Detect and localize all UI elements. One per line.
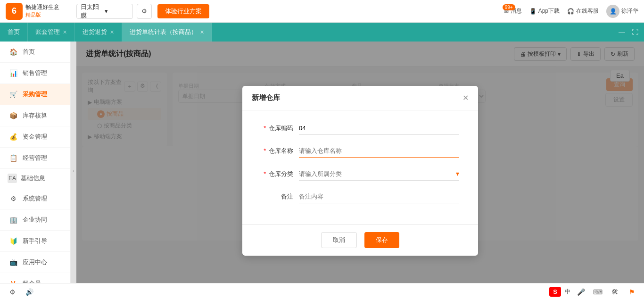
- sidebar-item-app-center[interactable]: 📺 应用中心: [0, 252, 70, 273]
- warehouse-name-row: * 仓库名称: [261, 144, 459, 158]
- sales-icon: 📊: [8, 67, 19, 79]
- tab-purchase-stats-label: 进货单统计表（按商品）: [130, 28, 197, 36]
- cancel-button[interactable]: 取消: [321, 232, 357, 248]
- modal-title: 新增仓库: [252, 93, 280, 102]
- warehouse-category-select: ▾: [299, 167, 459, 181]
- app-center-icon: 📺: [8, 257, 19, 268]
- warehouse-code-input[interactable]: [299, 122, 459, 135]
- sidebar-item-finance[interactable]: 💰 资金管理: [0, 126, 70, 148]
- inventory-icon: 📦: [8, 110, 19, 121]
- sidebar-inventory-label: 库存核算: [23, 111, 47, 120]
- sidebar-collapse-button[interactable]: ‹: [71, 42, 76, 300]
- sidebar: 🏠 首页 📊 销售管理 🛒 采购管理 📦 库存核算 💰 资金管理 📋 经: [0, 42, 71, 300]
- tab-purchase-return-label: 进货退货: [83, 28, 107, 36]
- mic-icon[interactable]: 🎤: [574, 285, 587, 299]
- warehouse-name-label: * 仓库名称: [261, 147, 299, 155]
- tab-purchase-stats[interactable]: 进货单统计表（按商品） ✕: [122, 23, 212, 42]
- tab-purchase-stats-close[interactable]: ✕: [200, 29, 204, 35]
- logo-text: 畅捷通好生意: [25, 4, 59, 11]
- bottom-right: S 中 🎤 ⌨ 🛠 ⚑: [549, 285, 638, 299]
- tab-expand-icon[interactable]: ⛶: [630, 26, 640, 38]
- bottom-settings-icon[interactable]: ⚙: [6, 285, 19, 299]
- tab-purchase-return[interactable]: 进货退货 ✕: [75, 23, 122, 42]
- tab-account[interactable]: 账套管理 ✕: [28, 23, 75, 42]
- warehouse-name-input[interactable]: [299, 144, 459, 158]
- notification-badge: 99+: [503, 4, 515, 10]
- sidebar-item-purchase[interactable]: 🛒 采购管理: [0, 84, 70, 105]
- sidebar-finance-label: 资金管理: [23, 133, 47, 141]
- search-select[interactable]: 日太阳膜 ▾: [76, 4, 133, 19]
- sidebar-item-basic-info[interactable]: EA 基础信息: [0, 169, 70, 188]
- content-area: 进货单统计(按商品) 🖨 按模板打印 ▾ ⬇ 导出 ↻ 刷新: [76, 42, 644, 300]
- tab-minimize-icon[interactable]: —: [617, 26, 627, 38]
- app-download-item[interactable]: 📱 App下载: [529, 7, 560, 15]
- sidebar-sales-label: 销售管理: [23, 69, 47, 77]
- username-label: 徐泽华: [621, 7, 638, 15]
- modal-body: * 仓库编码 * 仓库名称: [242, 110, 478, 224]
- warehouse-category-row: * 仓库分类 ▾: [261, 167, 459, 181]
- category-dropdown-icon[interactable]: ▾: [456, 170, 459, 177]
- sidebar-home-label: 首页: [23, 48, 35, 56]
- sidebar-item-inventory[interactable]: 📦 库存核算: [0, 105, 70, 126]
- tab-account-close[interactable]: ✕: [63, 29, 67, 35]
- bottom-bar: ⚙ 🔊 S 中 🎤 ⌨ 🛠 ⚑: [0, 283, 644, 300]
- logo-sub: 精品版: [25, 11, 59, 18]
- system-icon: ⚙: [8, 193, 19, 204]
- save-button[interactable]: 保存: [364, 232, 399, 248]
- s-badge: S: [549, 287, 561, 297]
- flag-icon[interactable]: ⚑: [625, 285, 638, 299]
- sidebar-guide-label: 新手引导: [23, 237, 47, 245]
- remark-row: 备注: [261, 190, 459, 203]
- phone-icon: 📱: [529, 8, 537, 15]
- modal-close-button[interactable]: ✕: [462, 94, 469, 102]
- online-service-item[interactable]: 🎧 在线客服: [567, 7, 599, 15]
- remark-input[interactable]: [299, 190, 459, 203]
- chevron-down-icon: ▾: [105, 8, 129, 15]
- sidebar-item-home[interactable]: 🏠 首页: [0, 42, 70, 63]
- remark-label: 备注: [261, 192, 299, 201]
- sidebar-item-enterprise[interactable]: 🏢 企业协同: [0, 209, 70, 231]
- tab-home[interactable]: 首页: [0, 23, 28, 42]
- main-layout: 🏠 首页 📊 销售管理 🛒 采购管理 📦 库存核算 💰 资金管理 📋 经: [0, 42, 644, 300]
- warehouse-category-label: * 仓库分类: [261, 170, 299, 178]
- app-download-label: App下载: [538, 7, 560, 15]
- sidebar-item-guide[interactable]: 🔰 新手引导: [0, 231, 70, 252]
- modal-overlay: 新增仓库 ✕ * 仓库编码 *: [76, 42, 644, 300]
- user-item[interactable]: 👤 徐泽华: [606, 5, 638, 18]
- search-text: 日太阳膜: [81, 3, 105, 20]
- basic-info-icon: EA: [8, 174, 17, 183]
- bottom-left: ⚙ 🔊: [6, 285, 36, 299]
- sidebar-app-center-label: 应用中心: [23, 258, 47, 267]
- sidebar-item-operations[interactable]: 📋 经营管理: [0, 148, 70, 169]
- enterprise-icon: 🏢: [8, 214, 19, 225]
- header-right: ✉ 99+ 消息 📱 App下载 🎧 在线客服 👤 徐泽华: [504, 5, 638, 18]
- logo-text-area: 畅捷通好生意 精品版: [25, 4, 59, 18]
- add-warehouse-modal: 新增仓库 ✕ * 仓库编码 *: [242, 86, 478, 256]
- avatar: 👤: [606, 5, 619, 18]
- guide-icon: 🔰: [8, 235, 19, 247]
- sidebar-purchase-label: 采购管理: [23, 90, 47, 99]
- gear-button[interactable]: ⚙: [137, 4, 152, 19]
- modal-header: 新增仓库 ✕: [242, 86, 478, 110]
- operations-icon: 📋: [8, 152, 19, 164]
- online-service-label: 在线客服: [576, 7, 599, 15]
- tab-purchase-return-close[interactable]: ✕: [110, 29, 114, 35]
- bottom-speaker-icon[interactable]: 🔊: [23, 285, 36, 299]
- modal-footer: 取消 保存: [242, 224, 478, 256]
- tool-icon[interactable]: 🛠: [608, 285, 621, 299]
- headset-icon: 🎧: [567, 8, 574, 15]
- zhong-label: 中: [565, 288, 570, 296]
- sidebar-item-system[interactable]: ⚙ 系统管理: [0, 188, 70, 209]
- tab-home-label: 首页: [8, 28, 20, 36]
- sidebar-item-sales[interactable]: 📊 销售管理: [0, 63, 70, 84]
- sidebar-enterprise-label: 企业协同: [23, 216, 47, 224]
- tab-bar: 首页 账套管理 ✕ 进货退货 ✕ 进货单统计表（按商品） ✕ — ⛶: [0, 23, 644, 42]
- sidebar-panel: 🏠 首页 📊 销售管理 🛒 采购管理 📦 库存核算 💰 资金管理 📋 经: [0, 42, 76, 300]
- keyboard-icon[interactable]: ⌨: [591, 285, 604, 299]
- top-header: 6 畅捷通好生意 精品版 日太阳膜 ▾ ⚙ 体验行业方案 ✉ 99+ 消息 📱 …: [0, 0, 644, 23]
- trial-button[interactable]: 体验行业方案: [157, 4, 209, 18]
- message-item[interactable]: ✉ 99+ 消息: [504, 7, 522, 15]
- warehouse-category-input[interactable]: [299, 170, 456, 177]
- sidebar-operations-label: 经营管理: [23, 154, 47, 162]
- home-icon: 🏠: [8, 46, 19, 58]
